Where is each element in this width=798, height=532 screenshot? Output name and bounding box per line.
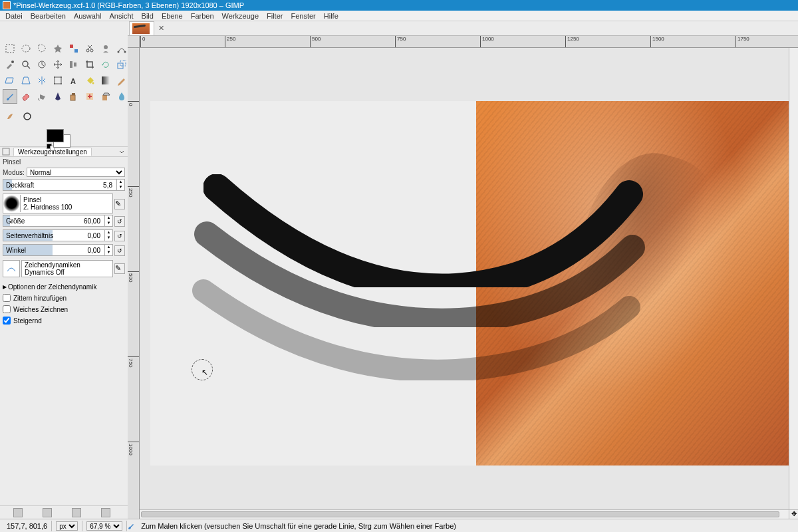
tool-paths[interactable] [114,41,129,56]
svg-point-26 [38,98,39,100]
mode-label: Modus: [3,169,27,176]
toolbox: A [0,39,128,106]
tool-by-color-select[interactable] [66,41,81,56]
zoom-select[interactable]: 67,9 % [86,521,122,531]
tool-free-select[interactable] [35,41,49,56]
dynamics-icon [3,260,20,277]
tool-blur[interactable] [114,89,129,104]
jitter-checkbox[interactable] [3,294,11,302]
size-reset-button[interactable]: ↺ [114,216,125,227]
tool-airbrush[interactable] [35,89,49,104]
close-tab-icon[interactable]: ✕ [156,24,166,33]
tool-options-icon [1,147,11,156]
smooth-label: Weiches Zeichnen [13,306,68,313]
document-tab[interactable] [129,21,154,36]
menu-file[interactable]: Datei [1,12,27,20]
menu-tools[interactable]: Werkzeuge [218,12,263,20]
brush-edit-button[interactable]: ✎ [114,199,125,209]
brush-cursor-icon [192,359,213,380]
reset-options-icon[interactable] [101,508,110,517]
svg-point-1 [22,45,30,52]
svg-point-9 [11,61,14,63]
ruler-horizontal[interactable]: 0 250 500 750 1000 1250 1500 1750 [140,36,789,48]
menu-help[interactable]: Hilfe [320,12,342,20]
scrollbar-horizontal[interactable] [140,509,789,519]
canvas-viewport[interactable] [140,48,789,509]
save-options-icon[interactable] [13,508,23,517]
tool-cage[interactable] [51,73,65,88]
app-icon [3,1,11,9]
svg-point-19 [54,76,55,78]
angle-reset-button[interactable]: ↺ [114,245,125,256]
tool-foreground-select[interactable] [98,41,113,56]
menu-bar: Datei Bearbeiten Auswahl Ansicht Bild Eb… [0,11,798,21]
tool-pencil[interactable] [114,73,129,88]
tool-bucket-fill[interactable] [82,73,97,88]
tool-eraser[interactable] [19,89,33,104]
restore-options-icon[interactable] [43,508,52,517]
dynamics-selector[interactable]: Zeichendynamiken Dynamics Off ✎ [3,259,125,279]
title-bar: *Pinsel-Werkzeug.xcf-1.0 (RGB-Farben, 3 … [0,0,798,11]
tool-align[interactable] [66,57,81,72]
tool-rotate[interactable] [98,57,113,72]
unit-select[interactable]: px [56,521,78,531]
menu-view[interactable]: Ansicht [105,12,137,20]
tool-blend[interactable] [98,73,113,88]
panel-menu-icon[interactable] [118,148,125,155]
tool-flip[interactable] [35,73,49,88]
menu-colors[interactable]: Farben [187,12,218,20]
jitter-label: Zittern hinzufügen [13,295,66,302]
menu-image[interactable]: Bild [138,12,158,20]
brush-selector[interactable]: Pinsel 2. Hardness 100 [3,194,113,213]
menu-layer[interactable]: Ebene [158,12,187,20]
aspect-slider[interactable]: Seitenverhältnis 0,00 ▲▼ [3,229,113,241]
tool-shear[interactable] [3,73,17,88]
svg-rect-0 [6,45,14,53]
foreground-color[interactable] [47,129,64,142]
svg-point-27 [39,100,39,100]
tool-color-picker[interactable] [3,57,17,72]
angle-slider[interactable]: Winkel 0,00 ▲▼ [3,244,113,256]
svg-point-32 [24,113,31,120]
tool-fuzzy-select[interactable] [51,41,65,56]
svg-point-20 [61,76,62,78]
svg-point-4 [86,49,89,52]
size-slider[interactable]: Größe 60,00 ▲▼ [3,215,113,227]
tool-perspective-clone[interactable] [98,89,113,104]
menu-filters[interactable]: Filter [263,12,287,20]
menu-select[interactable]: Auswahl [70,12,106,20]
svg-point-21 [61,83,62,84]
tool-ellipse-select[interactable] [19,41,33,56]
mode-select[interactable]: Normal [27,168,125,177]
ruler-vertical[interactable]: 0 250 500 750 1000 [128,48,140,509]
tool-paintbrush[interactable] [3,89,17,104]
tool-move[interactable] [51,57,65,72]
tool-perspective[interactable] [19,73,33,88]
tool-heal[interactable] [82,89,97,104]
delete-options-icon[interactable] [72,508,81,517]
tool-rect-select[interactable] [3,41,17,56]
menu-windows[interactable]: Fenster [287,12,319,20]
tool-crop[interactable] [82,57,97,72]
tool-zoom[interactable] [19,57,33,72]
tool-text[interactable]: A [66,73,81,88]
tool-dodge-burn[interactable] [20,109,35,124]
canvas[interactable] [150,101,789,466]
color-swatches[interactable] [0,126,128,146]
dynamics-options-expander[interactable]: Optionen der Zeichendynamik [3,281,125,292]
tool-smudge[interactable] [3,109,17,124]
tool-scissors[interactable] [82,41,97,56]
canvas-navigator-icon[interactable]: ✥ [789,509,798,519]
scrollbar-vertical[interactable] [789,48,798,509]
tool-ink[interactable] [51,89,65,104]
opacity-slider[interactable]: Deckkraft 5,8 ▲▼ [3,179,125,191]
tool-clone[interactable] [66,89,81,104]
dynamics-edit-button[interactable]: ✎ [114,263,125,274]
incremental-checkbox[interactable] [3,317,11,325]
aspect-reset-button[interactable]: ↺ [114,231,125,241]
svg-rect-31 [102,95,107,100]
menu-edit[interactable]: Bearbeiten [27,12,70,20]
smooth-checkbox[interactable] [3,305,11,313]
tool-measure[interactable] [35,57,49,72]
tool-scale[interactable] [114,57,129,72]
